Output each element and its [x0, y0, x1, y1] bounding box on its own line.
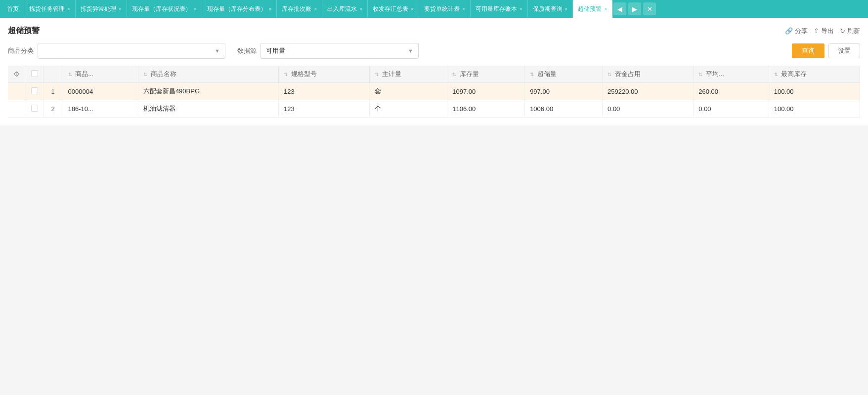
sort-icon-unit: ⇅	[375, 72, 379, 77]
topbar: 首页 拣货任务管理 × 拣货异常处理 × 现存量（库存状况表） × 现存量（库存…	[0, 0, 868, 18]
tab-available-account[interactable]: 可用量库存账本 ×	[471, 0, 528, 18]
col-gear: ⚙	[8, 66, 26, 83]
row-checkbox-cell	[26, 100, 43, 118]
tab-close-overstock[interactable]: ×	[604, 6, 607, 12]
col-spec-header[interactable]: ⇅ 规格型号	[279, 66, 370, 83]
datasource-label: 数据源	[237, 46, 257, 55]
row-overstock: 1006.00	[525, 100, 603, 118]
row-unit: 套	[370, 83, 447, 100]
col-product-code-header[interactable]: ⇅ 商品...	[63, 66, 138, 83]
row-capital: 0.00	[603, 100, 694, 118]
category-chevron-icon: ▼	[215, 48, 220, 54]
sort-icon-product-code: ⇅	[68, 72, 72, 77]
row-product-name: 六配套新昌490BPG	[138, 83, 278, 100]
filter-right-actions: 查询 设置	[792, 43, 860, 58]
sort-icon-spec: ⇅	[284, 72, 288, 77]
tab-close-batch-account[interactable]: ×	[314, 6, 317, 12]
select-all-checkbox[interactable]	[31, 70, 38, 77]
tab-close-recv-send-summary[interactable]: ×	[411, 6, 414, 12]
col-product-name-header[interactable]: ⇅ 商品名称	[138, 66, 278, 83]
col-overstock-header[interactable]: ⇅ 超储量	[525, 66, 603, 83]
category-label: 商品分类	[8, 46, 34, 55]
table-row: 1 0000004 六配套新昌490BPG 123 套 1097.00 997.…	[8, 83, 860, 100]
col-unit-header[interactable]: ⇅ 主计量	[370, 66, 447, 83]
page-header: 超储预警 🔗 分享 ⇧ 导出 ↻ 刷新	[8, 26, 860, 36]
tab-shelf-life[interactable]: 保质期查询 ×	[528, 0, 573, 18]
tab-pick-exception[interactable]: 拣货异常处理 ×	[76, 0, 127, 18]
tab-recv-send-summary[interactable]: 收发存汇总表 ×	[368, 0, 419, 18]
page-title: 超储预警	[8, 26, 40, 36]
tab-close-pick-task[interactable]: ×	[67, 6, 70, 12]
row-product-code: 0000004	[63, 83, 138, 100]
category-filter: 商品分类 ▼	[8, 43, 225, 59]
tab-close-all-button[interactable]: ✕	[643, 2, 656, 15]
tab-close-stock-dist[interactable]: ×	[269, 6, 272, 12]
row-gear-cell	[8, 100, 26, 118]
datasource-value: 可用量	[266, 46, 285, 55]
row-avg: 0.00	[694, 100, 769, 118]
page-content: 超储预警 🔗 分享 ⇧ 导出 ↻ 刷新 商品分类 ▼ 数据源	[0, 18, 868, 125]
row-checkbox-cell	[26, 83, 43, 100]
tab-batch-account[interactable]: 库存批次账 ×	[277, 0, 322, 18]
sort-icon-product-name: ⇅	[143, 72, 147, 77]
tab-close-shelf-life[interactable]: ×	[565, 6, 568, 12]
page-actions: 🔗 分享 ⇧ 导出 ↻ 刷新	[785, 27, 860, 36]
col-rownum-header	[43, 66, 63, 83]
tab-close-available-account[interactable]: ×	[520, 6, 522, 12]
tab-order-stat[interactable]: 要货单统计表 ×	[419, 0, 471, 18]
row-avg: 260.00	[694, 83, 769, 100]
tab-inout-flow[interactable]: 出入库流水 ×	[322, 0, 368, 18]
sort-icon-stock: ⇅	[452, 72, 456, 77]
tab-close-stock-status[interactable]: ×	[194, 6, 197, 12]
row-stock: 1097.00	[447, 83, 525, 100]
row-gear-cell	[8, 83, 26, 100]
row-num: 1	[43, 83, 63, 100]
row-max-stock: 100.00	[769, 100, 860, 118]
row-product-code: 186-10...	[63, 100, 138, 118]
share-button[interactable]: 🔗 分享	[785, 27, 808, 36]
filter-bar: 商品分类 ▼ 数据源 可用量 ▼ 查询 设置	[8, 43, 860, 59]
tab-stock-dist[interactable]: 现存量（库存分布表） ×	[202, 0, 277, 18]
refresh-icon: ↻	[840, 27, 845, 35]
tab-close-order-stat[interactable]: ×	[462, 6, 465, 12]
row-stock: 1106.00	[447, 100, 525, 118]
query-button[interactable]: 查询	[792, 43, 825, 58]
row-capital: 259220.00	[603, 83, 694, 100]
tab-stock-status[interactable]: 现存量（库存状况表） ×	[127, 0, 202, 18]
sort-icon-overstock: ⇅	[530, 72, 534, 77]
tab-home[interactable]: 首页	[2, 0, 24, 18]
row-select-checkbox[interactable]	[31, 105, 38, 112]
table-row: 2 186-10... 机油滤清器 123 个 1106.00 1006.00 …	[8, 100, 860, 118]
tab-close-inout-flow[interactable]: ×	[359, 6, 362, 12]
datasource-select[interactable]: 可用量 ▼	[260, 43, 419, 59]
data-table: ⚙ ⇅ 商品... ⇅ 商品名称 ⇅ 规格型号 ⇅	[8, 66, 860, 118]
col-capital-header[interactable]: ⇅ 资金占用	[603, 66, 694, 83]
row-select-checkbox[interactable]	[31, 87, 38, 94]
tab-close-pick-exception[interactable]: ×	[119, 6, 122, 12]
col-stock-header[interactable]: ⇅ 库存量	[447, 66, 525, 83]
row-num: 2	[43, 100, 63, 118]
sort-icon-max-stock: ⇅	[774, 72, 778, 77]
share-icon: 🔗	[785, 27, 793, 35]
sort-icon-avg: ⇅	[698, 72, 702, 77]
datasource-filter: 数据源 可用量 ▼	[237, 43, 419, 59]
settings-button[interactable]: 设置	[828, 43, 860, 58]
row-spec: 123	[279, 100, 370, 118]
tab-pick-task[interactable]: 拣货任务管理 ×	[24, 0, 76, 18]
sort-icon-capital: ⇅	[608, 72, 611, 77]
refresh-button[interactable]: ↻ 刷新	[840, 27, 860, 36]
tab-prev-button[interactable]: ◀	[613, 2, 626, 15]
export-button[interactable]: ⇧ 导出	[814, 27, 834, 36]
col-avg-header[interactable]: ⇅ 平均...	[694, 66, 769, 83]
gear-settings-icon[interactable]: ⚙	[13, 70, 20, 78]
row-product-name: 机油滤清器	[138, 100, 278, 118]
row-spec: 123	[279, 83, 370, 100]
category-select[interactable]: ▼	[38, 43, 225, 59]
datasource-chevron-icon: ▼	[408, 48, 413, 54]
row-unit: 个	[370, 100, 447, 118]
export-icon: ⇧	[814, 27, 819, 35]
col-max-stock-header[interactable]: ⇅ 最高库存	[769, 66, 860, 83]
tab-next-button[interactable]: ▶	[628, 2, 641, 15]
table-header-row: ⚙ ⇅ 商品... ⇅ 商品名称 ⇅ 规格型号 ⇅	[8, 66, 860, 83]
tab-overstock[interactable]: 超储预警 ×	[573, 0, 612, 18]
